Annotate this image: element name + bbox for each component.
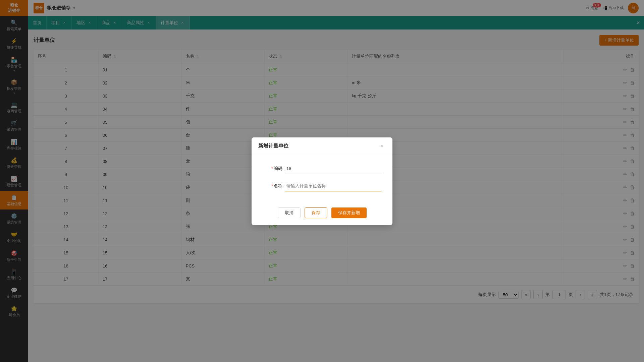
add-unit-modal: 新增计量单位 × *编码 *名称 取消 保存 保存并新增 (252, 137, 392, 225)
save-button[interactable]: 保存 (305, 207, 327, 218)
code-field[interactable] (285, 163, 382, 174)
modal-footer: 取消 保存 保存并新增 (252, 203, 392, 225)
name-field[interactable] (285, 181, 382, 191)
form-row-code: *编码 (262, 163, 382, 174)
modal-header: 新增计量单位 × (252, 137, 392, 155)
name-field-label: *名称 (262, 183, 282, 189)
form-row-name: *名称 (262, 181, 382, 191)
modal-body: *编码 *名称 (252, 155, 392, 203)
save-and-new-button[interactable]: 保存并新增 (331, 207, 367, 218)
modal-close-btn[interactable]: × (378, 142, 386, 150)
cancel-button[interactable]: 取消 (278, 207, 301, 218)
modal-title: 新增计量单位 (258, 143, 288, 149)
code-field-label: *编码 (262, 166, 282, 172)
modal-overlay[interactable]: 新增计量单位 × *编码 *名称 取消 保存 保存并新增 (0, 0, 644, 362)
